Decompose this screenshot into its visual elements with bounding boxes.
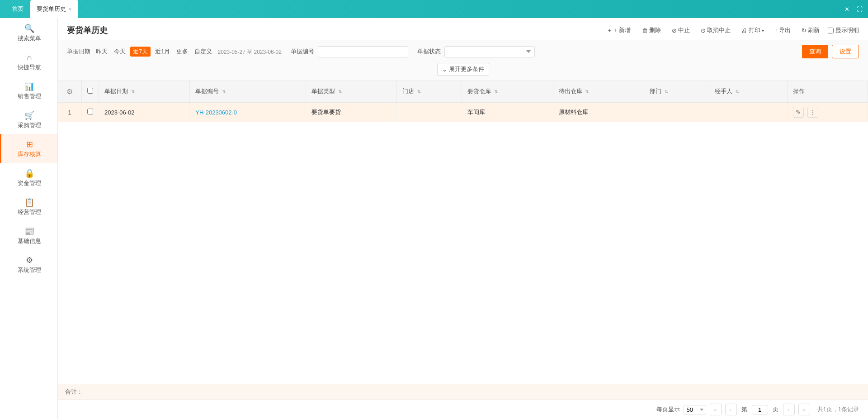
filter-row-1: 单据日期 昨天 今天 近7天 近1月 更多 自定义 2023-05-27 至 2… xyxy=(67,45,859,58)
next-page-btn[interactable]: › xyxy=(783,404,795,415)
prev-page-btn[interactable]: ‹ xyxy=(725,404,737,415)
table-settings-icon[interactable]: ⚙ xyxy=(63,85,76,98)
more-icon[interactable]: ⋮ xyxy=(807,107,818,118)
total-info: 共1页，1条记录 xyxy=(817,405,859,414)
col-operations: 操作 xyxy=(787,81,868,103)
sidebar: 🔍 搜索菜单 ⌂ 快捷导航 📊 销售管理 🛒 采购管理 ⊞ 库存核算 🔒 资金管… xyxy=(0,18,58,419)
status-select[interactable] xyxy=(444,46,535,57)
sidebar-item-search-menu[interactable]: 🔍 搜索菜单 xyxy=(0,18,57,47)
row-check xyxy=(82,103,99,122)
table-area: ⚙ 单据日期 ⇅ 单据编号 ⇅ xyxy=(58,81,868,384)
order-no-sort-icon[interactable]: ⇅ xyxy=(222,89,226,94)
display-detail-label: 显示明细 xyxy=(835,26,859,34)
toolbar: ＋ + 新增 🗑 删除 ⊘ 中止 ⊙ 取消中止 🖨 打印 xyxy=(604,24,859,36)
sidebar-item-sales-label: 销售管理 xyxy=(18,92,41,100)
top-bar-right: ✕ ⛶ xyxy=(844,6,863,13)
handler-sort-icon[interactable]: ⇅ xyxy=(736,89,739,94)
page-label-after: 页 xyxy=(773,405,778,414)
col-order-no: 单据编号 ⇅ xyxy=(190,81,306,103)
stop-button[interactable]: ⊘ 中止 xyxy=(669,24,693,36)
cancel-stop-button[interactable]: ⊙ 取消中止 xyxy=(698,24,733,36)
top-bar: 首页 要货单历史 × ✕ ⛶ xyxy=(0,0,868,18)
row-order-no-link[interactable]: YH-20230602-0 xyxy=(195,109,237,116)
total-label: 合计： xyxy=(65,388,83,396)
date-shortcut-today[interactable]: 今天 xyxy=(112,47,127,56)
date-shortcut-custom[interactable]: 自定义 xyxy=(193,47,214,56)
expand-filter-button[interactable]: ⌄ 展开更多条件 xyxy=(437,63,489,76)
col-pending-warehouse: 待出仓库 ⇅ xyxy=(553,81,644,103)
date-shortcut-more[interactable]: 更多 xyxy=(175,47,190,56)
print-label: 打印 xyxy=(749,26,760,34)
date-shortcut-recent7[interactable]: 近7天 xyxy=(130,47,151,57)
cancel-stop-label: 取消中止 xyxy=(707,26,731,34)
row-pending-warehouse: 原材料仓库 xyxy=(553,103,644,122)
table-header-row: ⚙ 单据日期 ⇅ 单据编号 ⇅ xyxy=(58,81,868,103)
sidebar-item-quick-nav-label: 快捷导航 xyxy=(18,63,41,71)
sidebar-item-system-label: 系统管理 xyxy=(18,266,41,274)
window-expand-btn[interactable]: ⛶ xyxy=(857,6,863,13)
order-type-sort-icon[interactable]: ⇅ xyxy=(338,89,342,94)
sidebar-item-system-mgmt[interactable]: ⚙ 系统管理 xyxy=(0,250,57,279)
date-shortcut-recent1month[interactable]: 近1月 xyxy=(153,47,172,56)
sidebar-item-search-menu-label: 搜索菜单 xyxy=(18,34,41,43)
sidebar-item-quick-nav[interactable]: ⌂ 快捷导航 xyxy=(0,47,57,76)
tab-home[interactable]: 首页 xyxy=(5,0,30,18)
status-label: 单据状态 xyxy=(417,48,441,56)
sidebar-item-basic-info[interactable]: 📰 基础信息 xyxy=(0,221,57,250)
edit-icon[interactable]: ✎ xyxy=(793,107,804,118)
pending-warehouse-sort-icon[interactable]: ⇅ xyxy=(585,89,589,94)
refresh-button[interactable]: ↻ 刷新 xyxy=(799,24,822,36)
settings-button[interactable]: 设置 xyxy=(832,45,859,58)
new-button[interactable]: ＋ + 新增 xyxy=(604,24,633,36)
sidebar-item-sales-mgmt[interactable]: 📊 销售管理 xyxy=(0,76,57,105)
cancel-stop-icon: ⊙ xyxy=(701,27,706,34)
sidebar-item-finance-label: 资金管理 xyxy=(18,179,41,187)
date-shortcut-yesterday[interactable]: 昨天 xyxy=(94,47,109,56)
system-mgmt-icon: ⚙ xyxy=(26,256,33,264)
operations-mgmt-icon: 📋 xyxy=(24,198,34,206)
delete-button[interactable]: 🗑 删除 xyxy=(639,24,664,36)
filter-bar: 单据日期 昨天 今天 近7天 近1月 更多 自定义 2023-05-27 至 2… xyxy=(58,40,868,81)
new-icon: ＋ xyxy=(607,26,613,34)
row-req-warehouse: 车间库 xyxy=(462,103,553,122)
date-sort-icon[interactable]: ⇅ xyxy=(131,89,135,94)
print-icon: 🖨 xyxy=(741,27,747,34)
page-header: 要货单历史 ＋ + 新增 🗑 删除 ⊘ 中止 ⊙ 取消中止 xyxy=(58,18,868,40)
sidebar-item-purchase-mgmt[interactable]: 🛒 采购管理 xyxy=(0,105,57,134)
req-warehouse-sort-icon[interactable]: ⇅ xyxy=(494,89,498,94)
query-button[interactable]: 查询 xyxy=(802,45,828,58)
display-detail-checkbox-label[interactable]: 显示明细 xyxy=(828,26,859,34)
quick-nav-icon: ⌂ xyxy=(27,53,32,62)
page-size-select[interactable]: 50 20 100 xyxy=(684,405,706,414)
store-sort-icon[interactable]: ⇅ xyxy=(417,89,421,94)
finance-mgmt-icon: 🔒 xyxy=(24,169,34,177)
print-dropdown-icon: ▾ xyxy=(762,28,764,33)
tab-close-icon[interactable]: × xyxy=(69,6,71,12)
print-button[interactable]: 🖨 打印 ▾ xyxy=(739,24,767,36)
refresh-label: 刷新 xyxy=(808,26,820,34)
page-number-input[interactable] xyxy=(752,405,768,414)
select-all-checkbox[interactable] xyxy=(87,88,93,94)
col-date: 单据日期 ⇅ xyxy=(99,81,190,103)
col-req-warehouse: 要货仓库 ⇅ xyxy=(462,81,553,103)
stop-icon: ⊘ xyxy=(672,27,677,34)
order-no-input[interactable] xyxy=(318,46,408,57)
col-check xyxy=(82,81,99,103)
sidebar-item-inventory[interactable]: ⊞ 库存核算 xyxy=(0,134,57,163)
basic-info-icon: 📰 xyxy=(24,227,34,235)
col-store: 门店 ⇅ xyxy=(397,81,462,103)
sidebar-item-finance-mgmt[interactable]: 🔒 资金管理 xyxy=(0,163,57,192)
window-close-btn[interactable]: ✕ xyxy=(844,6,849,13)
last-page-btn[interactable]: » xyxy=(798,404,810,415)
table-footer: 合计： xyxy=(58,384,868,400)
tab-requisition-history[interactable]: 要货单历史 × xyxy=(30,0,78,18)
department-sort-icon[interactable]: ⇅ xyxy=(665,89,668,94)
first-page-btn[interactable]: « xyxy=(710,404,722,415)
delete-icon: 🗑 xyxy=(642,27,648,34)
export-button[interactable]: ↑ 导出 xyxy=(772,24,794,36)
main-layout: 🔍 搜索菜单 ⌂ 快捷导航 📊 销售管理 🛒 采购管理 ⊞ 库存核算 🔒 资金管… xyxy=(0,18,868,419)
row-checkbox[interactable] xyxy=(87,109,93,114)
display-detail-checkbox[interactable] xyxy=(828,28,834,33)
sidebar-item-operations-mgmt[interactable]: 📋 经营管理 xyxy=(0,192,57,221)
sidebar-item-inventory-label: 库存核算 xyxy=(18,150,41,158)
